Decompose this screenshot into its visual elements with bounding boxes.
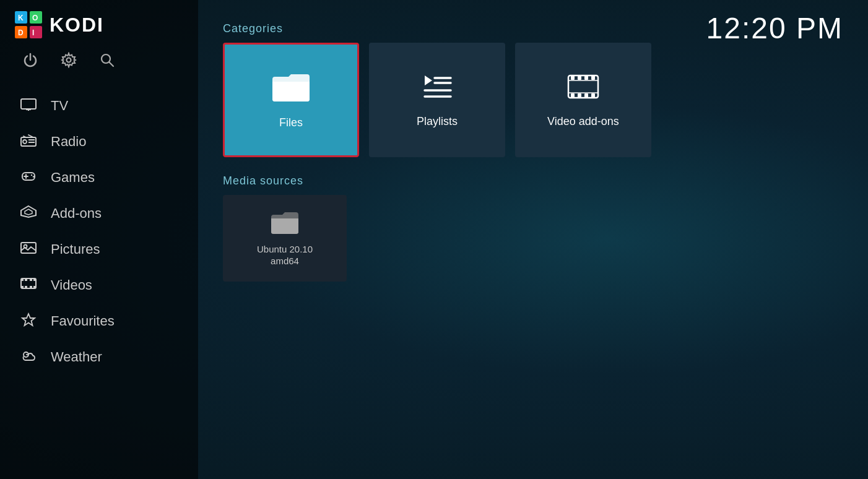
media-source-tiles-row: Ubuntu 20.10amd64: [223, 195, 843, 282]
sidebar-item-videos[interactable]: Videos: [0, 267, 198, 303]
svg-point-14: [23, 140, 27, 144]
sidebar-item-addons[interactable]: Add-ons: [0, 196, 198, 231]
top-icons-bar: [0, 45, 198, 83]
files-tile-label: Files: [279, 116, 303, 129]
svg-marker-35: [22, 314, 35, 326]
kodi-logo-icon: K O D I: [15, 11, 42, 38]
sidebar-item-games[interactable]: Games: [0, 160, 198, 196]
video-addons-tile[interactable]: Video add-ons: [515, 43, 651, 157]
svg-point-20: [31, 175, 32, 176]
tv-icon: [19, 97, 38, 115]
svg-rect-34: [30, 286, 32, 288]
search-icon[interactable]: [99, 52, 115, 72]
svg-marker-23: [25, 209, 32, 215]
logo-area: K O D I KODI: [0, 0, 198, 45]
games-icon: [19, 168, 38, 187]
svg-rect-46: [591, 76, 595, 80]
playlists-tile[interactable]: Playlists: [369, 43, 505, 157]
ubuntu-tile[interactable]: Ubuntu 20.10amd64: [223, 195, 347, 282]
svg-rect-33: [25, 286, 27, 288]
sidebar-item-pictures[interactable]: Pictures: [0, 231, 198, 267]
svg-rect-49: [584, 93, 588, 98]
svg-text:O: O: [32, 14, 38, 22]
sidebar-item-pictures-label: Pictures: [51, 241, 100, 257]
sidebar-item-tv[interactable]: TV: [0, 88, 198, 124]
svg-rect-43: [571, 76, 575, 80]
sidebar-item-radio[interactable]: Radio: [0, 124, 198, 160]
favourites-icon: [19, 312, 38, 330]
svg-text:K: K: [18, 14, 24, 22]
playlists-tile-label: Playlists: [417, 115, 458, 128]
svg-rect-30: [33, 286, 36, 288]
sidebar-item-favourites-label: Favourites: [51, 313, 115, 329]
power-icon[interactable]: [22, 52, 38, 72]
svg-rect-27: [21, 278, 24, 281]
ubuntu-tile-label: Ubuntu 20.10amd64: [257, 243, 313, 267]
svg-marker-22: [21, 206, 36, 217]
sidebar-item-games-label: Games: [51, 170, 95, 186]
addons-icon: [19, 204, 38, 223]
svg-rect-48: [578, 93, 581, 98]
files-folder-icon: [271, 71, 311, 109]
pictures-icon: [19, 240, 38, 259]
files-tile[interactable]: Files: [223, 43, 359, 157]
svg-marker-37: [425, 76, 432, 85]
settings-icon[interactable]: [61, 52, 77, 72]
media-sources-section: Media sources Ubuntu 20.10amd64: [223, 175, 843, 282]
sidebar-item-videos-label: Videos: [51, 277, 92, 293]
sidebar-item-addons-label: Add-ons: [51, 205, 102, 222]
svg-rect-10: [21, 99, 36, 109]
svg-rect-50: [591, 93, 595, 98]
svg-text:I: I: [32, 28, 34, 37]
sidebar-item-favourites[interactable]: Favourites: [0, 303, 198, 339]
sidebar-item-weather[interactable]: Weather: [0, 339, 198, 375]
app-title: KODI: [50, 14, 104, 37]
svg-text:D: D: [18, 28, 24, 37]
radio-icon: [19, 132, 38, 151]
svg-rect-29: [21, 286, 24, 288]
video-addons-tile-label: Video add-ons: [547, 115, 619, 128]
svg-rect-3: [30, 26, 42, 38]
svg-rect-31: [25, 278, 27, 281]
svg-rect-32: [30, 278, 32, 281]
svg-rect-24: [21, 243, 36, 253]
main-content: 12:20 PM Categories Files: [198, 0, 868, 479]
videos-icon: [19, 276, 38, 295]
nav-items-list: TV Radio: [0, 83, 198, 479]
svg-point-8: [67, 58, 71, 63]
media-sources-label: Media sources: [223, 175, 843, 188]
sidebar-item-weather-label: Weather: [51, 349, 102, 365]
playlists-icon: [420, 72, 454, 108]
svg-rect-44: [578, 76, 581, 80]
svg-rect-28: [33, 278, 36, 281]
ubuntu-folder-icon: [270, 210, 300, 237]
sidebar-item-tv-label: TV: [51, 98, 68, 114]
svg-rect-45: [584, 76, 588, 80]
weather-icon: [19, 348, 38, 366]
sidebar: K O D I KODI: [0, 0, 198, 479]
svg-point-21: [33, 176, 34, 177]
sidebar-item-radio-label: Radio: [51, 134, 86, 150]
svg-rect-47: [571, 93, 575, 98]
categories-tiles-row: Files Playlists: [223, 43, 843, 157]
clock-display: 12:20 PM: [706, 11, 843, 45]
video-addons-icon: [566, 72, 601, 108]
